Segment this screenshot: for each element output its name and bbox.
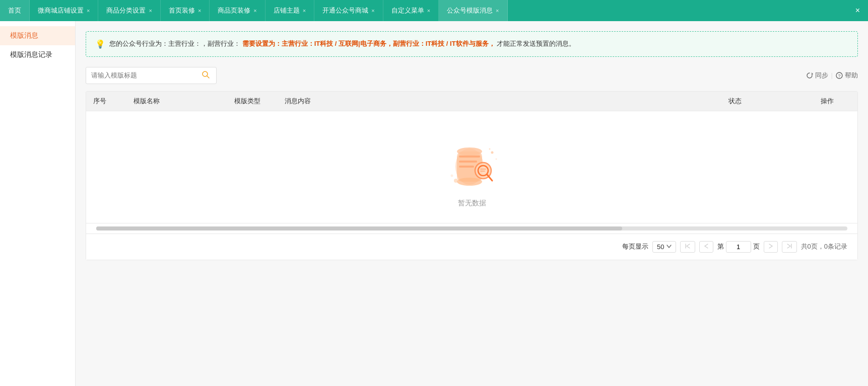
th-action: 操作 [797,97,857,106]
search-input[interactable] [86,68,197,83]
th-content: 消息内容 [278,97,721,106]
next-page-icon [768,243,773,249]
tab-goods-decor-label: 商品页装修 [218,6,250,15]
first-page-icon [685,243,691,249]
close-tab-wsc-store[interactable]: × [87,8,90,14]
data-table: 序号 模版名称 模版类型 消息内容 状态 操作 [86,91,858,260]
sidebar: 模版消息 模版消息记录 [0,21,76,386]
tab-goods-category[interactable]: 商品分类设置 × [98,0,160,21]
page-number-input[interactable] [726,241,751,253]
sidebar-item-template-msg-label: 模版消息 [10,31,38,39]
tab-store-theme-label: 店铺主题 [274,6,300,15]
top-navigation: 首页 微商城店铺设置 × 商品分类设置 × 首页装修 × 商品页装修 × 店铺主… [0,0,868,21]
search-input-wrapper [86,67,217,84]
help-icon: ? [836,72,843,79]
table-header: 序号 模版名称 模版类型 消息内容 状态 操作 [86,92,857,111]
tab-wsc-store-label: 微商城店铺设置 [38,6,84,15]
scrollbar-track[interactable] [96,226,847,230]
empty-state: 暂无数据 [86,111,857,223]
sidebar-item-template-msg[interactable]: 模版消息 [0,26,75,45]
th-seq: 序号 [86,97,126,106]
svg-rect-6 [459,156,480,158]
first-page-button[interactable] [680,241,695,253]
di-label: 第 [717,242,724,251]
search-bar: 同步 | ? 帮助 [86,67,858,84]
content-area: 💡 您的公众号行业为：主营行业：，副营行业： 需要设置为：主营行业：IT科技 /… [76,21,868,386]
svg-point-19 [454,179,458,183]
page-size-label: 每页显示 [622,242,648,251]
tab-home-label: 首页 [8,6,21,15]
svg-point-17 [495,158,497,160]
notice-text: 您的公众号行业为：主营行业：，副营行业： 需要设置为：主营行业：IT科技 / 互… [109,39,575,49]
sidebar-item-template-msg-record[interactable]: 模版消息记录 [0,45,75,64]
pagination: 每页显示 50 [86,234,857,260]
close-tab-goods-decor[interactable]: × [253,8,256,14]
th-type: 模版类型 [227,97,278,106]
tab-home[interactable]: 首页 [0,0,30,21]
horizontal-scrollbar[interactable] [86,223,857,234]
tab-goods-decor[interactable]: 商品页装修 × [210,0,265,21]
search-icon [202,71,210,79]
notice-icon: 💡 [95,39,105,49]
svg-point-10 [457,178,482,186]
close-tab-open-mall[interactable]: × [371,8,374,14]
tab-goods-category-label: 商品分类设置 [106,6,146,15]
close-tab-template-msg[interactable]: × [496,8,499,14]
tab-store-theme[interactable]: 店铺主题 × [265,0,314,21]
th-name: 模版名称 [126,97,227,106]
svg-point-16 [491,151,493,153]
page-unit-label: 页 [753,242,760,251]
close-tab-home-decor[interactable]: × [198,8,201,14]
close-tab-store-theme[interactable]: × [303,8,306,14]
notice-banner: 💡 您的公众号行业为：主营行业：，副营行业： 需要设置为：主营行业：IT科技 /… [86,31,858,57]
svg-point-20 [450,174,453,177]
sync-icon [806,72,813,79]
svg-rect-8 [459,166,474,168]
sync-label: 同步 [815,71,828,80]
last-page-button[interactable] [782,241,797,253]
help-label: 帮助 [845,71,858,80]
tab-wsc-store[interactable]: 微商城店铺设置 × [30,0,98,21]
page-size-value: 50 [657,243,664,251]
svg-point-9 [457,147,482,156]
main-layout: 模版消息 模版消息记录 💡 您的公众号行业为：主营行业：，副营行业： 需要设置为… [0,21,868,386]
empty-illustration [442,131,502,192]
tab-open-mall-label: 开通公众号商城 [322,6,368,15]
svg-line-1 [207,76,209,78]
sidebar-item-template-msg-record-label: 模版消息记录 [10,50,52,58]
scrollbar-thumb[interactable] [96,226,622,230]
page-input-box: 第 页 [717,241,760,253]
page-size-select[interactable]: 50 [652,241,676,253]
close-tab-goods-category[interactable]: × [149,8,152,14]
close-all-tabs-button[interactable]: × [847,6,868,15]
last-page-icon [786,243,792,249]
search-actions: 同步 | ? 帮助 [806,71,858,80]
prev-page-button[interactable] [699,241,713,253]
tab-custom-menu[interactable]: 自定义菜单 × [383,0,439,21]
close-tab-custom-menu[interactable]: × [427,8,430,14]
empty-text: 暂无数据 [458,199,486,208]
notice-text-after: 才能正常发送预置的消息。 [497,40,575,47]
notice-highlight: 需要设置为：主营行业：IT科技 / 互联网|电子商务，副营行业：IT科技 / I… [242,40,495,47]
help-button[interactable]: ? 帮助 [836,71,858,80]
page-total: 共0页，0条记录 [801,242,847,251]
svg-rect-7 [459,161,477,163]
sync-button[interactable]: 同步 [806,71,828,80]
notice-text-before: 您的公众号行业为：主营行业：，副营行业： [109,40,240,47]
tab-open-mall[interactable]: 开通公众号商城 × [314,0,383,21]
search-button[interactable] [197,67,215,84]
tab-custom-menu-label: 自定义菜单 [391,6,424,15]
th-status: 状态 [721,97,797,106]
divider: | [831,71,833,79]
chevron-down-icon [666,245,672,249]
tab-template-msg-label: 公众号模版消息 [447,6,493,15]
tab-template-msg[interactable]: 公众号模版消息 × [439,0,507,21]
prev-page-icon [704,243,709,249]
tab-home-decor[interactable]: 首页装修 × [161,0,210,21]
tab-home-decor-label: 首页装修 [169,6,195,15]
next-page-button[interactable] [764,241,778,253]
svg-text:?: ? [838,73,840,79]
svg-point-18 [489,148,490,149]
